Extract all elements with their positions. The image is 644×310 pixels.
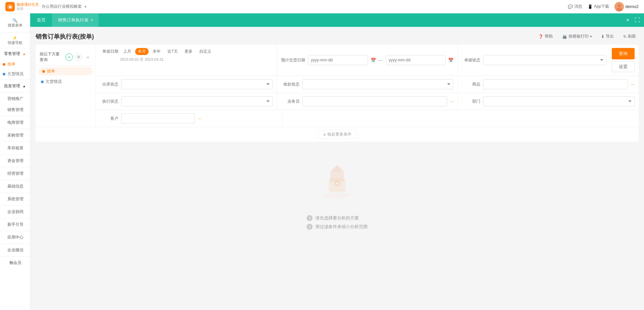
date-btn-7days[interactable]: 近7天	[165, 48, 180, 55]
tab-active[interactable]: 销售订单执行表 ×	[52, 13, 99, 27]
help-icon: ❓	[538, 34, 543, 39]
search-icon: 🔍	[12, 18, 17, 23]
sidebar-group-wholesale: 批发管理 ▲	[0, 81, 30, 92]
按单-side-label: 按单	[47, 68, 55, 74]
sidebar-item-sales-mgmt[interactable]: 销售管理	[0, 104, 30, 115]
date-label: 单据日期	[100, 49, 118, 54]
sidebar-item-purchase[interactable]: 采购管理	[0, 130, 30, 141]
right-content: 首页 销售订单执行表 × × ⛶ 销售订单执行表(按单) ❓ 帮助	[30, 13, 644, 310]
app-title-dropdown[interactable]: ▾	[85, 4, 87, 9]
exec-status-select[interactable]	[121, 96, 273, 106]
panel-search-header: 按以下方案查询 + ⚙ «	[36, 49, 96, 66]
欠货-dot	[41, 81, 44, 83]
date-quick-btns: 上月 本月 本年 近7天 更多 自定义	[120, 48, 214, 55]
print-btn[interactable]: 🖨️ 按模板打印 ▾	[559, 32, 594, 41]
print-icon: 🖨️	[562, 34, 567, 39]
dept-select[interactable]	[483, 96, 635, 106]
sidebar-item-retail[interactable]: 零售管理 ▲	[0, 48, 30, 59]
filter-collapse-btn[interactable]: «	[84, 53, 92, 61]
filter-setting-btn[interactable]: ⚙	[75, 53, 82, 61]
calendar-icon-end[interactable]: 📅	[448, 58, 453, 63]
date-btn-more[interactable]: 更多	[182, 48, 195, 55]
sidebar-item-app-center[interactable]: 应用中心	[0, 232, 30, 243]
sidebar-item-member[interactable]: 畅会员	[0, 257, 30, 268]
top-bar-left: 畅 畅捷通好生意 标版 办公用品行业模拟账套 ▾	[5, 2, 87, 11]
dept-label: 部门	[462, 99, 480, 104]
salesman-dots-btn[interactable]: ···	[450, 99, 454, 104]
window-expand-btn[interactable]: ⛶	[633, 16, 641, 24]
sidebar-item-finance[interactable]: 资金管理	[0, 155, 30, 166]
sidebar-search[interactable]: 🔍 搜索菜单	[0, 13, 30, 33]
panel-left: 按以下方案查询 + ⚙ « 按单 欠货情况	[36, 45, 96, 127]
expected-date-start[interactable]	[308, 55, 368, 65]
export-btn[interactable]: ⬇ 导出	[598, 32, 616, 41]
filter-add-btn[interactable]: +	[65, 53, 73, 61]
expected-date-cell: 预计交货日期 📅 — 📅	[277, 45, 458, 75]
sidebar-item-enterprise[interactable]: 企业协同	[0, 206, 30, 217]
collapse-label: 收起更多条件	[327, 132, 352, 137]
sidebar-item-basic[interactable]: 基础信息	[0, 181, 30, 192]
page-actions: ❓ 帮助 🖨️ 按模板打印 ▾ ⬇ 导出 ↻ 刷新	[536, 32, 639, 41]
date-btn-this-month[interactable]: 本月	[135, 48, 149, 55]
svg-marker-8	[330, 165, 344, 172]
enterprise-label: 企业协同	[7, 209, 23, 215]
exec-status-label: 执行状态	[100, 99, 118, 104]
search-menu-btn[interactable]: 🔍 搜索菜单	[3, 17, 27, 29]
sidebar-item-inventory[interactable]: 库存核算	[0, 143, 30, 154]
refresh-btn[interactable]: ↻ 刷新	[621, 32, 639, 41]
sidebar-item-wechat[interactable]: 企业微信	[0, 245, 30, 256]
sidebar-item-ecommerce[interactable]: 电商管理	[0, 117, 30, 128]
date-btn-last-month[interactable]: 上月	[120, 48, 134, 55]
query-btn[interactable]: 查询	[612, 48, 635, 59]
svg-rect-7	[330, 172, 344, 182]
doc-status-cell: 单据状态 查询 设置	[458, 45, 639, 75]
sidebar-item-operations[interactable]: 经营管理	[0, 168, 30, 179]
goods-label: 商品	[462, 82, 480, 87]
side-filter-按单[interactable]: 按单	[38, 67, 93, 75]
tab-home[interactable]: 首页	[30, 13, 52, 27]
filter-row-2: 出库状态 收款状态	[96, 76, 639, 93]
expected-date-end[interactable]	[386, 55, 446, 65]
query-btn-group: 查询 设置	[612, 48, 635, 72]
date-btn-this-year[interactable]: 本年	[150, 48, 163, 55]
sidebar-item-marketing[interactable]: 营销推广	[0, 93, 30, 104]
customer-input[interactable]	[121, 113, 195, 123]
user-area[interactable]: demo2	[614, 2, 639, 11]
tab-bar-actions: × ⛶	[625, 16, 644, 24]
collapse-more-btn[interactable]: ∧ 收起更多条件	[317, 130, 357, 139]
goods-dots-btn[interactable]: ···	[631, 82, 635, 87]
divider-9	[0, 193, 30, 193]
sidebar-item-wholesale[interactable]: 批发管理 ▲	[0, 81, 30, 92]
app-title: 办公用品行业模拟账套	[42, 4, 82, 9]
tab-close-btn[interactable]: ×	[91, 17, 93, 23]
calendar-icon-start[interactable]: 📅	[371, 58, 376, 63]
date-btn-custom[interactable]: 自定义	[197, 48, 214, 55]
customer-dots-btn[interactable]: ···	[198, 116, 202, 121]
message-btn[interactable]: 💬 消息	[568, 4, 582, 9]
sidebar-item-system[interactable]: 系统管理	[0, 194, 30, 205]
collect-status-select[interactable]	[302, 79, 454, 89]
sidebar: 🔍 搜索菜单 ⚡ 快捷导航 零售管理 ▲ 按单 欠货情况	[0, 13, 30, 310]
divider-14	[0, 256, 30, 257]
divider-7	[0, 167, 30, 167]
quick-nav-btn[interactable]: ⚡ 快捷导航	[0, 33, 30, 48]
settings-btn[interactable]: 设置	[612, 61, 635, 72]
sidebar-sub-按单[interactable]: 按单	[0, 59, 30, 69]
out-status-select[interactable]	[121, 79, 273, 89]
date-header: 单据日期 上月 本月 本年 近7天 更多 自定义	[100, 48, 273, 55]
goods-input[interactable]	[483, 79, 628, 89]
marketing-label: 营销推广	[7, 96, 23, 102]
window-close-btn[interactable]: ×	[625, 16, 631, 24]
app-download-btn[interactable]: 📱 App下载	[588, 4, 609, 9]
salesman-input[interactable]	[302, 96, 447, 106]
doc-status-select[interactable]	[483, 55, 606, 65]
sidebar-item-guide[interactable]: 新手引导	[0, 219, 30, 230]
help-btn[interactable]: ❓ 帮助	[536, 32, 555, 41]
inventory-label: 库存核算	[7, 145, 23, 151]
sidebar-sub-欠货情况[interactable]: 欠货情况	[0, 69, 30, 79]
logo-icon: 畅	[5, 2, 15, 11]
date-separator: —	[379, 58, 383, 63]
svg-text:畅: 畅	[9, 5, 12, 9]
goods-cell: 商品 ···	[458, 76, 639, 93]
side-filter-欠货[interactable]: 欠货情况	[38, 77, 93, 87]
